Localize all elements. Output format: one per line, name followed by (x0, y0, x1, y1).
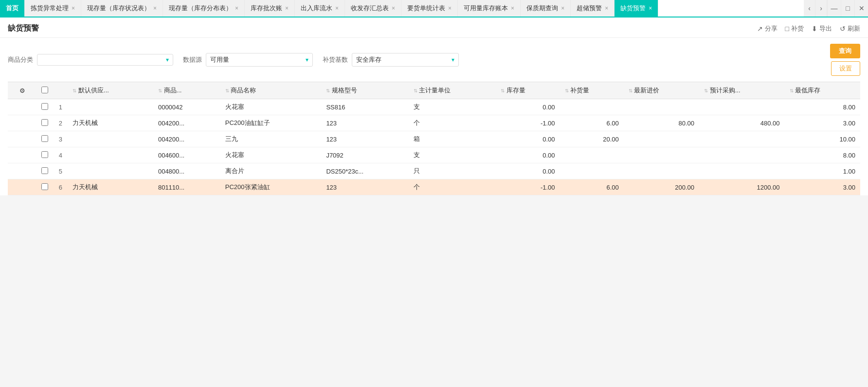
tab-item-shortage[interactable]: 缺货预警× (615, 0, 658, 17)
th-latest-price[interactable]: ⇅ 最新进价 (624, 82, 699, 99)
th-stock[interactable]: ⇅ 库存量 (496, 82, 560, 99)
table-row: 6力天机械801110...PC200张紧油缸123个-1.006.00200.… (8, 179, 860, 195)
tab-item-overstock[interactable]: 超储预警× (571, 0, 615, 17)
category-select[interactable]: ▾ (37, 54, 173, 66)
th-gear[interactable]: ⚙ (8, 82, 36, 99)
th-spec[interactable]: ⇅ 规格型号 (321, 82, 408, 99)
row-supplier: 力天机械 (68, 179, 153, 195)
replenish-base-label: 补货基数 (323, 55, 348, 64)
tab-next-btn[interactable]: › (815, 0, 827, 17)
th-replenish-label: 补货量 (570, 87, 589, 94)
replenish-base-value: 安全库存 (356, 55, 381, 64)
th-min-stock[interactable]: ⇅ 最低库存 (785, 82, 860, 99)
row-replenish (560, 163, 624, 179)
row-replenish (560, 99, 624, 115)
settings-button[interactable]: 设置 (831, 61, 860, 76)
row-replenish: 6.00 (560, 179, 624, 195)
row-stock: 0.00 (496, 131, 560, 147)
replenish-label: 补货 (791, 24, 804, 33)
row-num: 3 (53, 131, 68, 147)
tab-item-exception[interactable]: 拣货异常处理× (25, 0, 81, 17)
row-stock: 0.00 (496, 147, 560, 163)
tab-item-expiry-query[interactable]: 保质期查询× (521, 0, 571, 17)
tab-item-order-stats[interactable]: 要货单统计表× (401, 0, 458, 17)
replenish-action[interactable]: □ 补货 (785, 24, 804, 33)
replenish-base-select[interactable]: 安全库存 ▾ (352, 53, 459, 67)
row-spec: J7092 (321, 147, 408, 163)
row-gear-cell (8, 147, 36, 163)
th-spec-label: 规格型号 (332, 87, 357, 94)
tab-restore-btn[interactable]: □ (841, 0, 854, 17)
th-unit[interactable]: ⇅ 主计量单位 (409, 82, 496, 99)
row-gear-cell (8, 179, 36, 195)
row-min-stock: 1.00 (785, 163, 860, 179)
share-action[interactable]: ↗ 分享 (757, 24, 778, 33)
th-unit-label: 主计量单位 (419, 87, 451, 94)
row-checkbox[interactable] (41, 103, 48, 110)
tab-close-inventory-dist[interactable]: × (235, 5, 238, 11)
th-goods-name[interactable]: ⇅ 商品名称 (220, 82, 322, 99)
th-goods-code[interactable]: ⇅ 商品... (153, 82, 220, 99)
row-checkbox[interactable] (41, 183, 48, 190)
tab-label-inventory-dist: 现存量（库存分布表） (169, 4, 232, 13)
tab-item-home[interactable]: 首页 (0, 0, 25, 17)
datasource-select[interactable]: 可用量 ▾ (206, 53, 313, 67)
table-header-row: ⚙ ⇅ 默认供应... ⇅ 商品... ⇅ (8, 82, 860, 99)
query-button[interactable]: 查询 (830, 44, 860, 58)
tab-minimize-btn[interactable]: — (827, 0, 841, 17)
row-spec: 123 (321, 115, 408, 131)
row-unit: 个 (409, 115, 496, 131)
tab-prev-btn[interactable]: ‹ (804, 0, 815, 17)
tab-item-collect-summary[interactable]: 收发存汇总表× (345, 0, 401, 17)
table-row: 5004800...离合片DS250*23c...只0.001.00 (8, 163, 860, 179)
row-est-purchase (699, 131, 784, 147)
row-latest-price: 80.00 (624, 115, 699, 131)
th-replenish[interactable]: ⇅ 补货量 (560, 82, 624, 99)
select-all-checkbox[interactable] (41, 87, 48, 93)
tab-close-inout-flow[interactable]: × (335, 5, 339, 11)
row-unit: 支 (409, 99, 496, 115)
tab-close-shortage[interactable]: × (649, 5, 652, 11)
tab-label-inventory-status: 现存量（库存状况表） (87, 4, 150, 13)
tab-item-inventory-dist[interactable]: 现存量（库存分布表）× (163, 0, 245, 17)
row-checkbox-cell (36, 99, 53, 115)
row-checkbox-cell (36, 147, 53, 163)
tab-close-batch-account[interactable]: × (285, 5, 289, 11)
tab-close-order-stats[interactable]: × (448, 5, 452, 11)
page-header: 缺货预警 ↗ 分享 □ 补货 ⬇ 导出 ↺ 刷新 (0, 18, 868, 38)
row-num: 6 (53, 179, 68, 195)
row-est-purchase: 480.00 (699, 115, 784, 131)
tab-close-overstock[interactable]: × (605, 5, 608, 11)
tab-item-available-ledger[interactable]: 可用量库存账本× (458, 0, 521, 17)
th-supplier[interactable]: ⇅ 默认供应... (68, 82, 153, 99)
tab-close-available-ledger[interactable]: × (511, 5, 514, 11)
tab-close-collect-summary[interactable]: × (392, 5, 395, 11)
share-icon: ↗ (757, 25, 763, 33)
tab-item-inout-flow[interactable]: 出入库流水× (295, 0, 345, 17)
row-checkbox[interactable] (41, 151, 48, 158)
export-action[interactable]: ⬇ 导出 (812, 24, 832, 33)
refresh-action[interactable]: ↺ 刷新 (840, 24, 860, 33)
row-goods-code: 004800... (153, 163, 220, 179)
row-checkbox-cell (36, 163, 53, 179)
tab-label-exception: 拣货异常处理 (31, 4, 69, 13)
tab-label-inout-flow: 出入库流水 (301, 4, 332, 13)
row-spec: DS250*23c... (321, 163, 408, 179)
tab-item-batch-account[interactable]: 库存批次账× (245, 0, 295, 17)
row-goods-code: 004600... (153, 147, 220, 163)
row-goods-code: 004200... (153, 115, 220, 131)
row-checkbox[interactable] (41, 167, 48, 174)
row-checkbox[interactable] (41, 119, 48, 126)
sort-icon: ⇅ (790, 88, 794, 93)
export-icon: ⬇ (812, 25, 817, 33)
row-gear-cell (8, 115, 36, 131)
tab-item-inventory-status[interactable]: 现存量（库存状况表）× (81, 0, 163, 17)
tab-close-exception[interactable]: × (72, 5, 75, 11)
tab-close-all-btn[interactable]: ✕ (854, 0, 868, 17)
th-est-purchase[interactable]: ⇅ 预计采购... (699, 82, 784, 99)
row-checkbox[interactable] (41, 135, 48, 142)
tab-close-expiry-query[interactable]: × (561, 5, 564, 11)
refresh-label: 刷新 (848, 24, 860, 33)
datasource-filter-group: 数据源 可用量 ▾ (183, 53, 313, 67)
tab-close-inventory-status[interactable]: × (153, 5, 157, 11)
